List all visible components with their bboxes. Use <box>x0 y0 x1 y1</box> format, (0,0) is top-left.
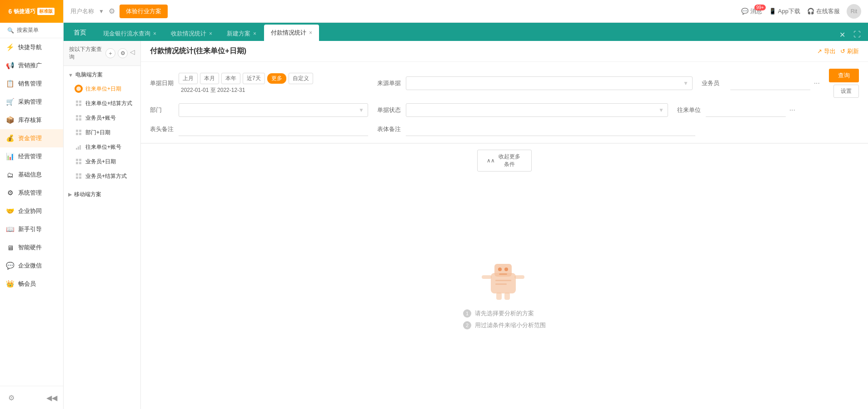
topbar-settings-icon[interactable]: ⚙ <box>109 7 115 15</box>
partner-input[interactable] <box>706 103 786 117</box>
scheme-item-staff-date[interactable]: 业务员+日期 <box>64 154 140 169</box>
tip-num-2: 2 <box>463 321 471 329</box>
sidebar-item-wechat[interactable]: 💬 企业微信 <box>0 257 63 275</box>
sidebar-item-member[interactable]: 👑 畅会员 <box>0 275 63 293</box>
scheme-panel-header: 按以下方案查询 ＋ ⚙ ◁ <box>64 41 140 66</box>
sidebar-collapse-btn[interactable]: ◀◀ <box>45 391 59 404</box>
partner-more-icon[interactable]: ··· <box>789 106 795 114</box>
sidebar-item-hardware[interactable]: 🖥 智能硬件 <box>0 238 63 257</box>
export-icon: ↗ <box>817 48 822 55</box>
staff-input[interactable] <box>730 76 810 90</box>
query-btn[interactable]: 查询 <box>829 69 859 82</box>
staff-field: 业务员 ··· <box>702 76 820 90</box>
sidebar-item-system[interactable]: ⚙ 系统管理 <box>0 184 63 202</box>
quick-nav-icon: ⚡ <box>5 43 15 52</box>
date-btn-more[interactable]: 更多 <box>267 73 286 84</box>
filter-header-actions: ↗ 导出 ↺ 刷新 <box>817 47 859 56</box>
source-select[interactable]: ▼ <box>406 76 693 90</box>
svg-rect-33 <box>495 280 511 281</box>
voucher-status-select[interactable]: ▼ <box>406 103 668 117</box>
collapse-more-btn[interactable]: ∧∧ 收起更多条件 <box>477 150 532 172</box>
date-btn-7days[interactable]: 近7天 <box>243 73 265 84</box>
tab-payments[interactable]: 付款情况统计 × <box>264 25 319 41</box>
sidebar-item-marketing[interactable]: 📢 营销推广 <box>0 56 63 75</box>
sidebar-item-operations[interactable]: 📊 经营管理 <box>0 147 63 166</box>
scheme-item-dept-date[interactable]: 部门+日期 <box>64 125 140 140</box>
export-btn[interactable]: ↗ 导出 <box>817 47 836 56</box>
header-note-label: 表头备注 <box>150 125 175 133</box>
filter-actions-col: 查询 设置 <box>829 69 859 98</box>
empty-tip-2: 2 用过滤条件来缩小分析范围 <box>463 321 546 329</box>
tabs-close-all-btn[interactable]: ✕ <box>836 28 848 41</box>
wechat-icon: 💬 <box>5 261 15 270</box>
sidebar-item-enterprise[interactable]: 🤝 企业协同 <box>0 202 63 220</box>
sidebar-item-guide[interactable]: 📖 新手引导 <box>0 220 63 238</box>
voucher-status-field: 单据状态 ▼ <box>377 103 668 117</box>
sidebar-item-label: 企业微信 <box>18 262 42 270</box>
tab-home[interactable]: 首页 <box>65 25 95 41</box>
scheme-item-label-staff-date: 业务员+日期 <box>85 158 116 166</box>
sidebar-item-finance[interactable]: 💰 资金管理 <box>0 129 63 147</box>
date-btn-this-year[interactable]: 本年 <box>221 73 240 84</box>
marketing-icon: 📢 <box>5 61 15 70</box>
date-btn-this-month[interactable]: 本月 <box>200 73 219 84</box>
scheme-collapse-icon[interactable]: ◁ <box>130 48 135 58</box>
scheme-panel-title: 按以下方案查询 <box>69 45 105 61</box>
sidebar-item-purchase[interactable]: 🛒 采购管理 <box>0 93 63 111</box>
svg-rect-15 <box>80 145 81 150</box>
svg-rect-12 <box>79 133 81 135</box>
tabs-expand-btn[interactable]: ⛶ <box>851 28 863 41</box>
tab-payments-close[interactable]: × <box>309 30 312 36</box>
online-service-btn[interactable]: 🎧 在线客服 <box>807 7 840 15</box>
tab-bank-flow-close[interactable]: × <box>153 30 156 37</box>
sidebar-item-basic[interactable]: 🗂 基础信息 <box>0 166 63 184</box>
date-btn-last-month[interactable]: 上月 <box>179 73 198 84</box>
mobile-scheme-group: ▶ 移动端方案 <box>64 186 140 203</box>
tab-new-scheme-close[interactable]: × <box>253 30 256 37</box>
sidebar-item-quick-nav[interactable]: ⚡ 快捷导航 <box>0 38 63 56</box>
tabs-actions: ✕ ⛶ <box>836 28 868 41</box>
desktop-scheme-group-header[interactable]: ▼ 电脑端方案 <box>64 68 140 81</box>
desktop-group-title: 电脑端方案 <box>75 71 103 79</box>
tab-receipts[interactable]: 收款情况统计 × <box>164 26 219 41</box>
body-note-input[interactable] <box>406 122 695 136</box>
svg-rect-6 <box>79 115 81 117</box>
messages-btn[interactable]: 💬 消息 99+ <box>741 7 762 15</box>
tab-receipts-close[interactable]: × <box>209 30 212 37</box>
search-menu-item[interactable]: 🔍 搜索菜单 <box>0 23 63 38</box>
filter-row-2: 部门 ▼ 单据状态 ▼ <box>150 103 859 117</box>
tab-new-scheme[interactable]: 新建方案 × <box>220 26 263 41</box>
date-btn-custom[interactable]: 自定义 <box>289 73 313 84</box>
svg-rect-31 <box>496 293 502 300</box>
svg-rect-1 <box>76 101 78 103</box>
scheme-settings-btn[interactable]: ⚙ <box>118 48 128 58</box>
header-note-field: 表头备注 <box>150 122 368 136</box>
sidebar-item-label: 营销推广 <box>18 61 42 70</box>
topbar-dropdown-arrow[interactable]: ▼ <box>99 8 104 15</box>
refresh-btn[interactable]: ↺ 刷新 <box>840 47 859 56</box>
trial-btn[interactable]: 体验行业方案 <box>120 5 168 18</box>
filter-settings-btn[interactable]: 设置 <box>833 85 859 98</box>
scheme-item-staff-settlement[interactable]: 业务员+结算方式 <box>64 169 140 183</box>
tip-text-1: 请先选择要分析的方案 <box>475 309 534 318</box>
scheme-item-staff-account[interactable]: 业务员+账号 <box>64 111 140 125</box>
sidebar-settings-btn[interactable]: ⚙ <box>5 391 18 404</box>
scheme-item-unit-settlement[interactable]: 往来单位+结算方式 <box>64 96 140 111</box>
scheme-item-icon-staff-account <box>75 114 83 122</box>
empty-icon <box>477 257 532 303</box>
sidebar-item-label: 销售管理 <box>18 80 42 88</box>
tab-bank-flow[interactable]: 现金银行流水查询 × <box>96 26 163 41</box>
mobile-scheme-group-header[interactable]: ▶ 移动端方案 <box>64 188 140 201</box>
scheme-item-unit-account[interactable]: 往来单位+账号 <box>64 140 140 154</box>
sidebar-item-label: 新手引导 <box>18 225 42 233</box>
dept-select[interactable]: ▼ <box>179 103 368 117</box>
staff-more-icon[interactable]: ··· <box>814 79 820 87</box>
sidebar-item-sales[interactable]: 📋 销售管理 <box>0 75 63 93</box>
app-download-btn[interactable]: 📱 App下载 <box>769 7 800 15</box>
sidebar-item-inventory[interactable]: 📦 库存核算 <box>0 111 63 129</box>
scheme-item-unit-date[interactable]: 往来单位+日期 <box>64 81 140 96</box>
user-avatar[interactable]: Rit <box>847 4 861 19</box>
header-note-input[interactable] <box>179 122 368 136</box>
tab-payments-label: 付款情况统计 <box>271 29 306 37</box>
scheme-add-btn[interactable]: ＋ <box>105 48 115 58</box>
